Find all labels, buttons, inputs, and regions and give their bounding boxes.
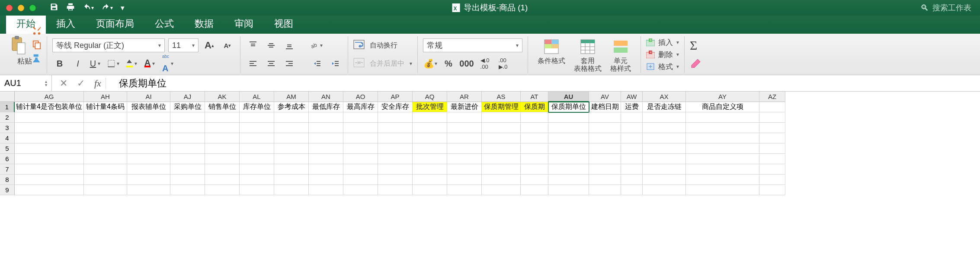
- increase-decimal-button[interactable]: ◀.0.00: [477, 57, 492, 70]
- column-header-AP[interactable]: AP: [378, 92, 413, 102]
- row-header-6[interactable]: 6: [0, 154, 15, 164]
- cell-AJ7[interactable]: [170, 164, 205, 175]
- cell-AG2[interactable]: [15, 112, 84, 123]
- cell-AS2[interactable]: [482, 112, 521, 123]
- cell-AV4[interactable]: [589, 133, 621, 143]
- cell-AK2[interactable]: [205, 112, 240, 123]
- enter-icon[interactable]: ✓: [77, 78, 85, 89]
- cell-AU3[interactable]: [548, 123, 589, 133]
- cell-AH3[interactable]: [84, 123, 127, 133]
- tab-视图[interactable]: 视图: [264, 15, 304, 34]
- cell-AP9[interactable]: [378, 185, 413, 195]
- cell-AS7[interactable]: [482, 164, 521, 175]
- cell-AZ6[interactable]: [759, 154, 785, 164]
- cell-AW1[interactable]: 运费: [621, 102, 643, 112]
- cell-AQ5[interactable]: [413, 143, 447, 154]
- cell-AT8[interactable]: [521, 175, 548, 185]
- cell-AJ4[interactable]: [170, 133, 205, 143]
- copy-icon[interactable]: [32, 40, 42, 51]
- column-header-AK[interactable]: AK: [205, 92, 240, 102]
- cell-AJ8[interactable]: [170, 175, 205, 185]
- font-size-combo[interactable]: 11▾: [168, 38, 199, 52]
- cell-AW8[interactable]: [621, 175, 643, 185]
- cell-AM1[interactable]: 参考成本: [274, 102, 309, 112]
- cell-AO5[interactable]: [343, 143, 378, 154]
- cell-AT2[interactable]: [521, 112, 548, 123]
- fill-color-button[interactable]: ▾: [125, 57, 140, 70]
- cell-AJ9[interactable]: [170, 185, 205, 195]
- align-center-button[interactable]: [264, 57, 279, 70]
- cell-AH5[interactable]: [84, 143, 127, 154]
- column-header-AN[interactable]: AN: [309, 92, 343, 102]
- cell-AL9[interactable]: [240, 185, 274, 195]
- cancel-icon[interactable]: ✕: [60, 78, 67, 89]
- cell-AT1[interactable]: 保质期: [521, 102, 548, 112]
- cell-AV5[interactable]: [589, 143, 621, 154]
- cell-AX7[interactable]: [643, 164, 686, 175]
- cell-AR4[interactable]: [447, 133, 482, 143]
- italic-button[interactable]: I: [70, 57, 85, 70]
- phonetic-button[interactable]: abcA▾: [161, 57, 176, 70]
- cell-AW7[interactable]: [621, 164, 643, 175]
- cell-AY9[interactable]: [686, 185, 759, 195]
- cell-AQ8[interactable]: [413, 175, 447, 185]
- cell-AK4[interactable]: [205, 133, 240, 143]
- customize-qat-icon[interactable]: ▾: [121, 3, 125, 13]
- cell-AR8[interactable]: [447, 175, 482, 185]
- cell-AM7[interactable]: [274, 164, 309, 175]
- increase-font-button[interactable]: A▴: [202, 38, 217, 52]
- cell-AW4[interactable]: [621, 133, 643, 143]
- cell-AJ1[interactable]: 采购单位: [170, 102, 205, 112]
- cell-AI9[interactable]: [127, 185, 170, 195]
- row-header-3[interactable]: 3: [0, 123, 15, 133]
- row-header-4[interactable]: 4: [0, 133, 15, 143]
- minimize-window-button[interactable]: [18, 5, 24, 11]
- cell-AP2[interactable]: [378, 112, 413, 123]
- cell-AR1[interactable]: 最新进价: [447, 102, 482, 112]
- cell-AU5[interactable]: [548, 143, 589, 154]
- row-header-8[interactable]: 8: [0, 175, 15, 185]
- cell-AO4[interactable]: [343, 133, 378, 143]
- cell-AO2[interactable]: [343, 112, 378, 123]
- row-header-2[interactable]: 2: [0, 112, 15, 123]
- row-header-5[interactable]: 5: [0, 143, 15, 154]
- cell-AO9[interactable]: [343, 185, 378, 195]
- cell-AV3[interactable]: [589, 123, 621, 133]
- cell-AP4[interactable]: [378, 133, 413, 143]
- cell-AZ5[interactable]: [759, 143, 785, 154]
- cell-AH8[interactable]: [84, 175, 127, 185]
- cell-AL1[interactable]: 库存单位: [240, 102, 274, 112]
- tab-公式[interactable]: 公式: [144, 15, 184, 34]
- cell-AG3[interactable]: [15, 123, 84, 133]
- cell-AY7[interactable]: [686, 164, 759, 175]
- cell-AW2[interactable]: [621, 112, 643, 123]
- cell-AI6[interactable]: [127, 154, 170, 164]
- cell-AV1[interactable]: 建档日期: [589, 102, 621, 112]
- name-box-stepper[interactable]: ▴▾: [45, 80, 47, 87]
- cell-AQ9[interactable]: [413, 185, 447, 195]
- close-window-button[interactable]: [6, 5, 13, 11]
- cell-AW9[interactable]: [621, 185, 643, 195]
- cell-AS3[interactable]: [482, 123, 521, 133]
- cell-AK3[interactable]: [205, 123, 240, 133]
- cell-AT6[interactable]: [521, 154, 548, 164]
- cell-AX3[interactable]: [643, 123, 686, 133]
- cell-AN9[interactable]: [309, 185, 343, 195]
- cell-AL7[interactable]: [240, 164, 274, 175]
- wrap-text-label[interactable]: 自动换行: [370, 41, 397, 50]
- font-name-combo[interactable]: 等线 Regular (正文)▾: [52, 38, 165, 52]
- cell-AN2[interactable]: [309, 112, 343, 123]
- cell-AP1[interactable]: 安全库存: [378, 102, 413, 112]
- cell-AX8[interactable]: [643, 175, 686, 185]
- cell-AY6[interactable]: [686, 154, 759, 164]
- cell-AO1[interactable]: 最高库存: [343, 102, 378, 112]
- column-header-AY[interactable]: AY: [686, 92, 759, 102]
- cell-AP6[interactable]: [378, 154, 413, 164]
- cell-AX6[interactable]: [643, 154, 686, 164]
- cell-AI7[interactable]: [127, 164, 170, 175]
- cell-AZ8[interactable]: [759, 175, 785, 185]
- cell-AV8[interactable]: [589, 175, 621, 185]
- cell-AZ2[interactable]: [759, 112, 785, 123]
- cell-AL5[interactable]: [240, 143, 274, 154]
- cell-AR7[interactable]: [447, 164, 482, 175]
